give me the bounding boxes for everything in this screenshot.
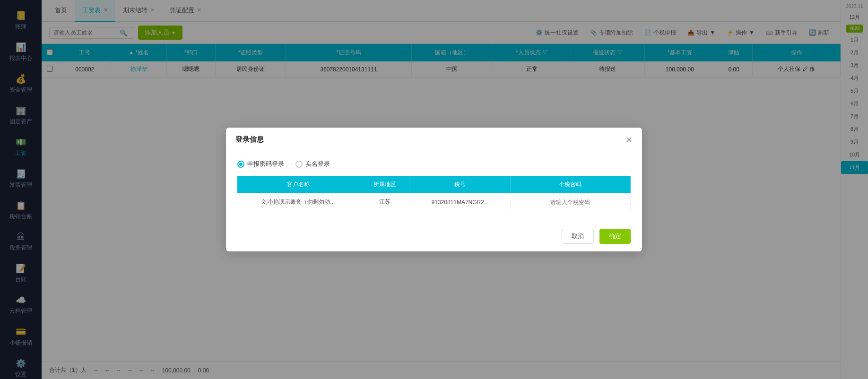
dialog-cell-password[interactable] bbox=[510, 193, 630, 211]
dialog-col-taxno: 税号 bbox=[410, 176, 510, 193]
radio-realname-login[interactable]: 实名登录 bbox=[295, 160, 330, 168]
radio-group: 申报密码登录 实名登录 bbox=[237, 160, 631, 168]
dialog-cell-region: 江苏 bbox=[360, 193, 410, 211]
dialog-footer: 取消 确定 bbox=[226, 221, 642, 251]
dialog-col-region: 所属地区 bbox=[360, 176, 410, 193]
dialog-table-row: 刘小艳演示账套（勿删勿动... 江苏 91320811MA7NGR2... bbox=[237, 193, 631, 211]
cancel-button[interactable]: 取消 bbox=[562, 229, 594, 244]
dialog-table: 客户名称 所属地区 税号 个税密码 刘小艳演示账套（勿删勿动... 江苏 913… bbox=[237, 176, 631, 211]
dialog-title: 登录信息 bbox=[235, 135, 264, 144]
dialog-cell-taxno: 91320811MA7NGR2... bbox=[410, 193, 510, 211]
dialog-body: 申报密码登录 实名登录 客户名称 所属地区 税号 个税密码 bbox=[226, 150, 642, 221]
dialog-close-button[interactable]: ✕ bbox=[625, 136, 633, 144]
dialog-overlay: 登录信息 ✕ 申报密码登录 实名登录 bbox=[0, 0, 868, 379]
radio-realname-dot bbox=[295, 161, 303, 168]
login-dialog: 登录信息 ✕ 申报密码登录 实名登录 bbox=[226, 128, 642, 251]
dialog-header: 登录信息 ✕ bbox=[226, 128, 642, 150]
radio-password-login[interactable]: 申报密码登录 bbox=[237, 160, 284, 168]
password-input[interactable] bbox=[516, 199, 625, 206]
dialog-col-password: 个税密码 bbox=[510, 176, 630, 193]
confirm-button[interactable]: 确定 bbox=[599, 229, 631, 244]
radio-password-dot bbox=[237, 161, 244, 168]
dialog-col-name: 客户名称 bbox=[237, 176, 360, 193]
dialog-cell-name: 刘小艳演示账套（勿删勿动... bbox=[237, 193, 360, 211]
